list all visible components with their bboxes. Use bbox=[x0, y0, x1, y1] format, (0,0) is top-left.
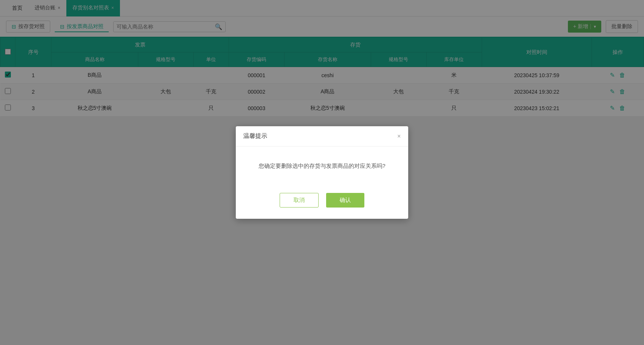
dialog-title: 温馨提示 bbox=[243, 132, 267, 140]
dialog-footer: 取消 确认 bbox=[236, 185, 408, 219]
dialog-body: 您确定要删除选中的存货与发票商品的对应关系吗? bbox=[236, 146, 408, 185]
dialog-close-button[interactable]: × bbox=[397, 133, 401, 140]
confirm-dialog: 温馨提示 × 您确定要删除选中的存货与发票商品的对应关系吗? 取消 确认 bbox=[236, 126, 408, 219]
dialog-cancel-button[interactable]: 取消 bbox=[280, 193, 319, 208]
modal-overlay: 温馨提示 × 您确定要删除选中的存货与发票商品的对应关系吗? 取消 确认 bbox=[0, 0, 644, 345]
dialog-confirm-button[interactable]: 确认 bbox=[326, 193, 364, 208]
dialog-header: 温馨提示 × bbox=[236, 126, 408, 146]
dialog-message: 您确定要删除选中的存货与发票商品的对应关系吗? bbox=[259, 163, 385, 169]
